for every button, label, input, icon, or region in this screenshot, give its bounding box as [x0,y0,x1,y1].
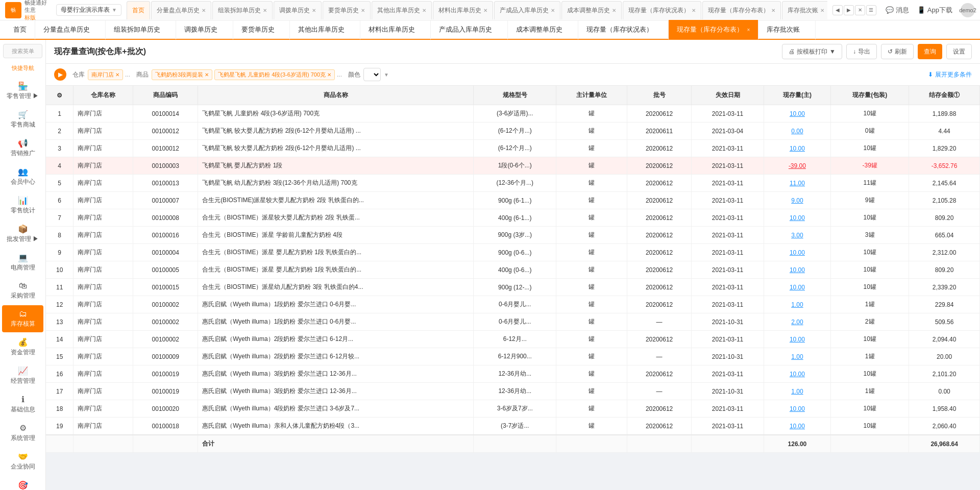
goods-tag-0[interactable]: 飞鹤奶粉3段两提装 ✕ [152,69,212,80]
nav-tab-close-7[interactable]: × [496,27,499,33]
warehouse-tag-remove[interactable]: ✕ [115,72,119,78]
sidebar-item-10[interactable]: 📈经营管理 [2,362,43,389]
nav-tab-9[interactable]: 现存量（库存状况表）× [578,20,669,39]
qty-link-9[interactable]: 10.00 [790,266,805,274]
tab-close-9[interactable]: ✕ [692,8,696,13]
qty-link-13[interactable]: 10.00 [790,336,805,343]
nav-tab-7[interactable]: 产成品入库单历史× [431,20,508,39]
tab-item-10[interactable]: 现存量（库存分布表）✕ [702,1,781,19]
qty-link-17[interactable]: 10.00 [790,405,805,412]
sidebar-item-0[interactable]: 🏪零售管理 ▶ [2,77,43,105]
qty-link-3[interactable]: -39.00 [789,162,806,169]
nav-tab-close-6[interactable]: × [419,27,422,33]
tab-close-6[interactable]: ✕ [483,8,487,13]
tab-item-4[interactable]: 要货单历史✕ [323,1,371,19]
nav-tab-close-11[interactable]: × [804,27,807,33]
qty-link-14[interactable]: 1.00 [791,353,803,360]
tab-prev-arrow[interactable]: ◀ [832,5,843,15]
nav-tab-close-1[interactable]: × [94,27,97,33]
table-settings-icon[interactable]: ⚙ [57,92,62,99]
tab-close-3[interactable]: ✕ [312,8,316,13]
tab-close-4[interactable]: ✕ [361,8,365,13]
tab-close-10[interactable]: ✕ [771,8,775,13]
tab-item-1[interactable]: 分量盘点单历史✕ [151,1,211,19]
qty-link-11[interactable]: 1.00 [791,301,803,308]
nav-tab-close-4[interactable]: × [279,27,282,33]
qty-link-2[interactable]: 10.00 [790,145,805,152]
refresh-button[interactable]: ↺ 刷新 [881,44,914,59]
nav-tab-close-2[interactable]: × [164,27,167,33]
tab-item-8[interactable]: 成本调整单历史✕ [561,1,622,19]
query-button[interactable]: 查询 [918,44,942,59]
sidebar-item-7[interactable]: 🛍采购管理 [2,277,43,304]
goods-tag-remove-0[interactable]: ✕ [205,72,209,78]
sidebar-item-11[interactable]: ℹ基础信息 [2,390,43,418]
nav-tab-close-8[interactable]: × [567,27,570,33]
sidebar-item-2[interactable]: 📢营销推广 [2,134,43,162]
qty-link-12[interactable]: 2.00 [791,318,803,326]
filter-expand-button[interactable]: ▶ [54,68,66,81]
sidebar-item-12[interactable]: ⚙系统管理 [2,419,43,447]
settings-button[interactable]: 设置 [946,44,972,59]
nav-tab-6[interactable]: 材料出库单历史× [360,20,431,39]
tab-item-11[interactable]: 库存批次账✕ [782,1,827,19]
qty-link-4[interactable]: 11.00 [790,180,805,187]
tab-menu-arrow[interactable]: ☰ [866,5,876,15]
sidebar-item-4[interactable]: 📊零售统计 [2,191,43,219]
sidebar-item-5[interactable]: 📦批发管理 ▶ [2,220,43,248]
workspace-dropdown[interactable]: 母婴行业演示库表 ▼ [56,4,121,16]
sidebar-item-13[interactable]: 🤝企业协同 [2,448,43,475]
sidebar-item-6[interactable]: 💻电商管理 [2,249,43,276]
tab-item-5[interactable]: 其他出库单历史✕ [372,1,432,19]
goods-more[interactable]: ... [337,71,342,78]
qty-link-6[interactable]: 10.00 [790,214,805,222]
warehouse-more[interactable]: ... [125,71,130,78]
nav-tab-close-9[interactable]: × [657,27,660,33]
qty-link-8[interactable]: 10.00 [790,249,805,256]
tab-next-arrow[interactable]: ▶ [844,5,854,15]
qty-link-10[interactable]: 10.00 [790,284,805,291]
print-template-button[interactable]: 🖨 按模板打印 ▼ [782,44,842,59]
nav-tab-5[interactable]: 其他出库单历史× [290,20,360,39]
nav-tab-8[interactable]: 成本调整单历史× [508,20,578,39]
qty-link-15[interactable]: 10.00 [790,371,805,378]
tab-close-7[interactable]: ✕ [551,8,555,13]
nav-tab-3[interactable]: 调拨单历史× [176,20,233,39]
user-avatar[interactable]: demo2 [961,3,975,17]
goods-tag-1[interactable]: 飞鹤星飞帆 儿童奶粉 4段(3-6岁适用) 700克 ✕ [214,69,335,80]
sidebar-item-1[interactable]: 🛒零售商城 [2,106,43,133]
export-button[interactable]: ↓ 导出 [846,44,877,59]
tab-close-1[interactable]: ✕ [202,8,206,13]
tab-close-arrow[interactable]: ✕ [855,5,865,15]
message-button[interactable]: 💬 消息 [886,6,909,15]
qty-link-18[interactable]: 10.00 [790,423,805,430]
nav-tab-1[interactable]: 分量盘点单历史× [35,20,106,39]
tab-item-9[interactable]: 现存量（库存状况表）✕ [623,1,701,19]
qty-link-5[interactable]: 9.00 [791,197,803,204]
qty-link-16[interactable]: 1.00 [791,388,803,395]
qty-link-1[interactable]: 0.00 [791,128,803,135]
expand-more-conditions[interactable]: ⬇ 展开更多条件 [928,70,972,79]
qty-link-0[interactable]: 10.00 [790,110,805,117]
tab-item-2[interactable]: 组装拆卸单历史✕ [212,1,273,19]
color-select[interactable] [363,68,381,81]
sidebar-item-9[interactable]: 💰资金管理 [2,333,43,361]
search-english-button[interactable]: 搜索英单 [3,44,42,58]
nav-tab-close-5[interactable]: × [349,27,352,33]
nav-tab-0[interactable]: 首页 [5,20,35,39]
sidebar-item-8[interactable]: 🗂库存核算 [2,305,43,332]
nav-tab-close-3[interactable]: × [222,27,225,33]
nav-tab-10[interactable]: 现存量（库存分布表）× [669,20,759,39]
nav-tab-close-10[interactable]: × [747,27,750,33]
nav-tab-2[interactable]: 组装拆卸单历史× [106,20,176,39]
tab-item-3[interactable]: 调拨单历史✕ [274,1,322,19]
tab-close-8[interactable]: ✕ [612,8,616,13]
sidebar-item-14[interactable]: 🎯新手引导 [2,476,43,490]
tab-close-2[interactable]: ✕ [263,8,267,13]
app-download-button[interactable]: 📱 App下载 [917,6,952,15]
tab-item-6[interactable]: 材料出库单历史✕ [433,1,493,19]
qty-link-7[interactable]: 3.00 [791,232,803,239]
nav-tab-4[interactable]: 要货单历史× [233,20,290,39]
goods-tag-remove-1[interactable]: ✕ [327,72,331,78]
nav-tab-11[interactable]: 库存批次账× [758,20,816,39]
